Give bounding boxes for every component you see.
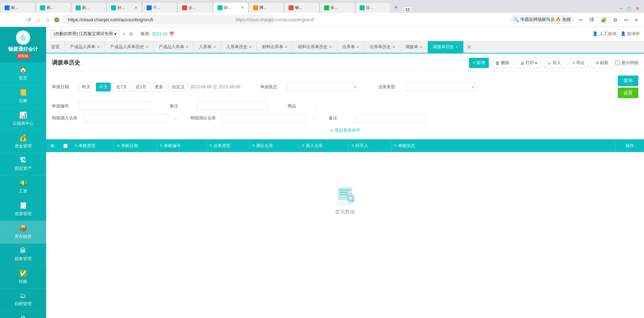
reload-button[interactable]: ↺ [26, 16, 33, 24]
back-button[interactable]: ← [4, 16, 12, 24]
import-button[interactable]: ↙ 导入 [544, 58, 565, 68]
status-filter-select[interactable] [287, 83, 358, 91]
tab-close-7[interactable]: ✕ [241, 6, 244, 10]
browser-tab-5[interactable]: 个... [142, 2, 178, 13]
page-tab-3[interactable]: 产成品入库单 ✕ [154, 41, 194, 53]
company-selector[interactable]: (勿删勿禁用) 江西服宝测试专用 ▾ [50, 30, 120, 38]
new-button[interactable]: + 新增 [469, 58, 489, 68]
sidebar-item-invoice[interactable]: 🧾 发票管理 [0, 198, 46, 221]
minimize-button[interactable]: ─ [618, 4, 624, 13]
sidebar-item-archive[interactable]: 🗂 归档管理 [0, 289, 46, 311]
goods-ellipsis[interactable]: ... [315, 104, 318, 108]
extensions-icon[interactable]: 🧩 [599, 16, 609, 24]
date-btn-7days[interactable]: 近7天 [113, 83, 130, 91]
detail-out-ellipsis[interactable]: ... [312, 116, 316, 121]
browser-tab-11[interactable]: 目... [355, 2, 391, 13]
page-tab-close-3[interactable]: ✕ [186, 45, 189, 49]
page-tab-close-9[interactable]: ✕ [392, 45, 395, 49]
sidebar-item-assets[interactable]: 🏗 固定资产 [0, 153, 46, 175]
sidebar-item-close[interactable]: ✅ 结账 [0, 266, 46, 289]
browser-tab-4[interactable]: 好... ✕ [107, 2, 142, 13]
page-tab-8[interactable]: 出库单 ✕ [337, 41, 365, 53]
page-tab-close-10[interactable]: ✕ [420, 45, 422, 49]
browser-tab-3[interactable]: 易... [71, 2, 107, 13]
page-tab-close-6[interactable]: ✕ [285, 45, 288, 49]
forward-button[interactable]: → [15, 16, 23, 24]
page-tab-home[interactable]: 首页 [46, 41, 65, 53]
date-btn-more[interactable]: 更多 [152, 83, 167, 91]
doc-num-filter-input[interactable] [79, 102, 150, 110]
page-tab-close-1[interactable]: ✕ [97, 45, 100, 49]
page-tab-1[interactable]: 产成品入库单 ✕ [65, 41, 105, 53]
page-tab-7[interactable]: 材料出库单历史 ✕ [293, 41, 337, 53]
sidebar-item-home[interactable]: 🏠 首页 [0, 62, 46, 85]
sidebar-item-settings[interactable]: ⚙ 基础设置 [0, 311, 46, 318]
collapse-button[interactable]: ∧ 收起更多条件 [329, 126, 362, 135]
maximize-button[interactable]: □ [626, 4, 632, 13]
col-doc-num[interactable]: ⇅ 单账编号 [157, 139, 207, 152]
page-tab-close-2[interactable]: ✕ [146, 45, 148, 49]
home-button[interactable]: ⌂ [36, 16, 41, 24]
col-doc-type[interactable]: ⇅ 单账类型 [72, 139, 114, 152]
sidebar-item-funds[interactable]: 💰 资金管理 [0, 130, 46, 153]
sidebar-item-tax[interactable]: 🏛 税务管理 [0, 244, 46, 266]
print-button[interactable]: 🖨 打印 ▾ [516, 58, 541, 68]
tab-close-4[interactable]: ✕ [135, 6, 137, 10]
close-all-tabs-button[interactable]: ✕ [464, 43, 475, 51]
detail-out-input[interactable] [222, 114, 307, 122]
col-biz-type[interactable]: ⇅ 业务类型 [207, 139, 249, 152]
detail-in-input[interactable] [83, 114, 168, 122]
select-all-checkbox[interactable] [63, 144, 68, 148]
date-btn-today[interactable]: 今天 [96, 83, 111, 91]
close-button[interactable]: ✕ [634, 4, 641, 13]
browser-tab-1[interactable]: 新... [0, 2, 36, 13]
undo-icon[interactable]: ↩ [622, 16, 631, 24]
new-tab-button[interactable]: + [391, 2, 402, 13]
browser-tab-8[interactable]: 腾... [249, 2, 284, 13]
query-button[interactable]: 查询 [618, 76, 638, 86]
browser-tab-2[interactable]: 易... [36, 2, 71, 13]
date-btn-1month[interactable]: 近1月 [132, 83, 150, 91]
page-tab-4[interactable]: 入库单 ✕ [194, 41, 221, 53]
page-tab-close-4[interactable]: ✕ [213, 45, 216, 49]
delete-button[interactable]: 🗑 删除 [492, 58, 513, 68]
col-doc-status[interactable]: ⇅ 单账状态 [391, 139, 616, 152]
page-tab-close-5[interactable]: ✕ [249, 45, 252, 49]
sidebar-item-inventory[interactable]: 📦 库存核算 [0, 221, 46, 244]
page-tab-close-7[interactable]: ✕ [329, 45, 332, 49]
table-select-all[interactable] [59, 144, 72, 148]
company-settings-icon[interactable]: ⚙ [129, 31, 133, 37]
sidebar-item-reports[interactable]: 📊 云报表中心 [0, 108, 46, 130]
browser-tab-6[interactable]: 企... [178, 2, 213, 13]
detail-in-ellipsis[interactable]: ... [174, 116, 178, 121]
page-tab-2[interactable]: 产成品入库单历史 ✕ [105, 41, 154, 53]
sidebar-item-salary[interactable]: 💵 工资 [0, 175, 46, 198]
remark2-filter-input[interactable] [356, 114, 427, 122]
remark-filter-input[interactable] [197, 102, 268, 110]
col-doc-date[interactable]: ⇅ 单账日期 [114, 139, 157, 152]
table-settings-icon[interactable]: ⚙ [46, 143, 59, 149]
browser-tab-10[interactable]: 各... [320, 2, 355, 13]
date-btn-custom[interactable]: 自定义 [169, 83, 188, 91]
add-company-button[interactable]: + [122, 31, 126, 37]
page-tab-close-11[interactable]: ✕ [455, 45, 458, 49]
user-avatar[interactable]: 👤 徐泽华 [621, 31, 640, 37]
page-tab-5[interactable]: 入库单历史 ✕ [221, 41, 257, 53]
page-tab-10[interactable]: 调拨单 ✕ [400, 41, 428, 53]
page-tab-9[interactable]: 出库单历史 ✕ [365, 41, 400, 53]
page-tab-6[interactable]: 材料出库单 ✕ [257, 41, 293, 53]
biz-type-filter-select[interactable] [405, 83, 476, 91]
date-btn-yesterday[interactable]: 昨天 [79, 83, 94, 91]
menu-icon[interactable]: ≡ [633, 16, 640, 24]
settings-icon[interactable]: ⚙ [611, 16, 620, 24]
col-out-warehouse[interactable]: ⇅ 调出仓库 [249, 139, 299, 152]
export-button[interactable]: ↗ 导出 [568, 58, 589, 68]
page-tab-close-8[interactable]: ✕ [356, 45, 359, 49]
col-handler[interactable]: ⇅ 经手人 [349, 139, 391, 152]
browser-tab-7[interactable]: 好... ✕ [213, 2, 249, 13]
sidebar-item-ledger[interactable]: 📒 总账 [0, 85, 46, 108]
scissors-icon[interactable]: ✂ [577, 16, 585, 24]
display-toggle[interactable]: 显示明细 [615, 60, 638, 66]
bookmark-button[interactable]: ☆ [44, 16, 51, 24]
col-in-warehouse[interactable]: ⇅ 调入仓库 [299, 139, 349, 152]
